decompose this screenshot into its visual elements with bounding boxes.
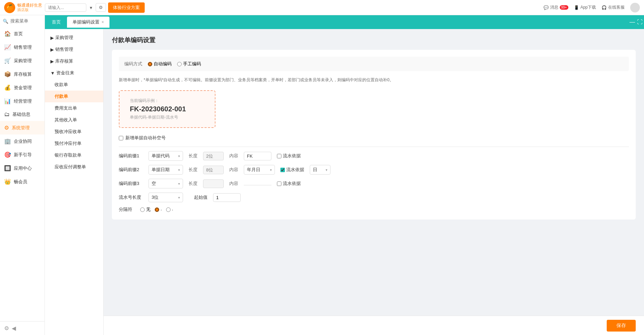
- guide-icon: 🎯: [4, 151, 11, 158]
- prefix2-label: 编码前缀2: [119, 167, 143, 173]
- separator-dot-option[interactable]: ·: [166, 207, 173, 212]
- notice-text: 新增单据时，*单据编码*自动生成，不可编辑。前缀设置为部门、业务员等档案类，开单…: [119, 77, 629, 83]
- serial-length-arrow-icon: ▾: [178, 196, 180, 199]
- tab-bar: 首页 单据编码设置 × — ⛶: [45, 15, 644, 29]
- user-avatar[interactable]: [630, 3, 640, 12]
- prefix1-length-label: 长度: [189, 153, 198, 159]
- settings-btn[interactable]: ⚙: [96, 3, 106, 12]
- prefix1-content-value: FK: [244, 152, 271, 160]
- finance-icon: 💰: [4, 84, 11, 91]
- online-service-btn[interactable]: 🎧 在线客服: [602, 4, 625, 10]
- prefix3-select[interactable]: 空 ▾: [148, 179, 183, 188]
- message-icon: 💬: [544, 5, 549, 10]
- sidebar-item-basics[interactable]: 🗂 基础信息: [0, 108, 45, 121]
- search-input[interactable]: [45, 3, 86, 12]
- sub-nav-expense[interactable]: 费用支出单: [45, 102, 103, 114]
- encoding-method-row: 编码方式 自动编码 手工编码: [119, 57, 629, 71]
- prefix2-select[interactable]: 单据日期 ▾: [148, 165, 183, 175]
- separator-label: 分隔符: [119, 206, 136, 213]
- prefix2-row: 编码前缀2 单据日期 ▾ 长度 内容 年月日 ▾: [119, 165, 629, 175]
- separator-dash-option[interactable]: ·: [155, 207, 162, 212]
- sidebar-item-home[interactable]: 🏠 首页: [0, 27, 45, 40]
- separator-dot-radio[interactable]: [166, 207, 171, 212]
- prefix3-length-input: [203, 179, 224, 188]
- prefix2-length-label: 长度: [189, 167, 198, 173]
- manual-encode-radio[interactable]: [177, 62, 182, 66]
- sub-nav-prepay-receivable[interactable]: 预收冲应收单: [45, 126, 103, 138]
- sidebar-search[interactable]: 🔍 搜索菜单: [0, 15, 45, 27]
- prefix1-serial-check[interactable]: [277, 154, 281, 158]
- sidebar-item-enterprise[interactable]: 🏢 企业协同: [0, 134, 45, 148]
- tab-close-btn[interactable]: ×: [102, 20, 104, 25]
- auto-encode-option[interactable]: 自动编码: [148, 61, 172, 67]
- settings-card: 编码方式 自动编码 手工编码: [112, 50, 636, 220]
- prefix1-select[interactable]: 单据代码 ▾: [148, 151, 183, 161]
- prefix2-serial-check[interactable]: [280, 168, 285, 172]
- sub-nav-other-income[interactable]: 其他收入单: [45, 114, 103, 126]
- sub-nav-inventory: ▶ 库存核算: [45, 55, 103, 67]
- prefix3-serial-check[interactable]: [277, 182, 281, 186]
- top-header: 🍊 畅通通好生意 插店版 ▾ ⚙ 体验行业方案 💬 消息 99+ 📱 App下载…: [0, 0, 644, 15]
- separator-dash-radio[interactable]: [155, 207, 159, 212]
- sub-nav-header-inventory[interactable]: ▶ 库存核算: [45, 55, 103, 67]
- manual-encode-option[interactable]: 手工编码: [177, 61, 201, 67]
- messages-badge: 99+: [560, 5, 568, 10]
- sidebar-item-apps[interactable]: 🔲 应用中心: [0, 161, 45, 175]
- sub-nav-receipt[interactable]: 收款单: [45, 79, 103, 91]
- prefix3-content-empty: [244, 182, 271, 185]
- prefix2-serial-checkbox[interactable]: 流水依据: [280, 167, 304, 173]
- tab-current[interactable]: 单据编码设置 ×: [67, 17, 109, 28]
- sub-nav-header-capital[interactable]: ▼ 资金往来: [45, 67, 103, 79]
- sidebar-bottom: ⚙ ◀: [0, 321, 45, 335]
- auto-encode-radio[interactable]: [148, 62, 152, 66]
- separator-row: 分隔符 无 · ·: [119, 206, 629, 213]
- sub-nav-header-purchase[interactable]: ▶ 采购管理: [45, 32, 103, 44]
- sidebar-item-finance[interactable]: 💰 资金管理: [0, 81, 45, 94]
- enterprise-icon: 🏢: [4, 138, 11, 145]
- save-button[interactable]: 保存: [607, 320, 636, 332]
- prefix2-content-select[interactable]: 年月日 ▾: [244, 165, 275, 175]
- sidebar-item-system[interactable]: ⚙ 系统管理: [0, 121, 45, 134]
- sub-nav-bank[interactable]: 银行存取款单: [45, 149, 103, 161]
- sub-nav-header-sales[interactable]: ▶ 销售管理: [45, 44, 103, 55]
- sidebar-item-member[interactable]: 👑 畅会员: [0, 175, 45, 188]
- separator-none-radio[interactable]: [140, 207, 145, 212]
- dropdown-btn[interactable]: ▾: [88, 3, 94, 12]
- separator-none-option[interactable]: 无: [140, 206, 151, 213]
- prefix2-unit-arrow-icon: ▾: [326, 168, 327, 172]
- sub-nav-payment[interactable]: 付款单: [45, 91, 103, 102]
- code-preview-value: FK-20230602-001: [130, 105, 204, 113]
- sub-nav-prepay-payable[interactable]: 预付冲应付单: [45, 138, 103, 149]
- header-left: 🍊 畅通通好生意 插店版 ▾ ⚙ 体验行业方案: [4, 2, 145, 13]
- sub-sidebar: ▶ 采购管理 ▶ 销售管理 ▶ 库存核算: [45, 29, 104, 335]
- sidebar-item-inventory[interactable]: 📦 库存核算: [0, 67, 45, 81]
- content-area: 首页 单据编码设置 × — ⛶ ▶ 采购管理: [45, 15, 644, 335]
- code-preview-box: 当前编码示例： FK-20230602-001 单据代码-单据日期-流水号: [119, 90, 215, 128]
- serial-length-label: 流水号长度: [119, 194, 143, 201]
- messages-btn[interactable]: 💬 消息 99+: [544, 4, 568, 10]
- sub-nav-adjust[interactable]: 应收应付调整单: [45, 161, 103, 173]
- tab-maximize-btn[interactable]: ⛶: [637, 19, 643, 25]
- prefix1-serial-checkbox[interactable]: 流水依据: [277, 153, 301, 159]
- sidebar-item-sales[interactable]: 📈 销售管理: [0, 40, 45, 54]
- app-download-btn[interactable]: 📱 App下载: [574, 4, 596, 10]
- serial-row: 流水号长度 3位 ▾ 起始值: [119, 193, 629, 202]
- code-preview-label: 当前编码示例：: [130, 98, 204, 104]
- sidebar-collapse-btn[interactable]: ◀: [12, 325, 16, 332]
- chevron-right-icon: ▶: [50, 35, 54, 40]
- sidebar-item-operations[interactable]: 📊 经营管理: [0, 94, 45, 108]
- prefix2-serial-unit-select[interactable]: 日 ▾: [310, 165, 330, 175]
- auto-fill-row[interactable]: 新增单据自动补空号: [119, 135, 629, 141]
- apps-icon: 🔲: [4, 165, 11, 171]
- encoding-radio-group: 自动编码 手工编码: [148, 61, 201, 67]
- tab-home[interactable]: 首页: [46, 17, 66, 28]
- tab-minimize-btn[interactable]: —: [629, 19, 635, 25]
- prefix3-serial-checkbox[interactable]: 流水依据: [277, 180, 301, 187]
- start-value-input[interactable]: [213, 193, 241, 202]
- sidebar-settings-btn[interactable]: ⚙: [4, 325, 9, 332]
- serial-length-select[interactable]: 3位 ▾: [148, 193, 183, 202]
- sidebar-item-purchase[interactable]: 🛒 采购管理: [0, 54, 45, 67]
- auto-fill-checkbox[interactable]: [119, 136, 123, 140]
- trial-btn[interactable]: 体验行业方案: [108, 2, 145, 13]
- sidebar-item-guide[interactable]: 🎯 新手引导: [0, 148, 45, 161]
